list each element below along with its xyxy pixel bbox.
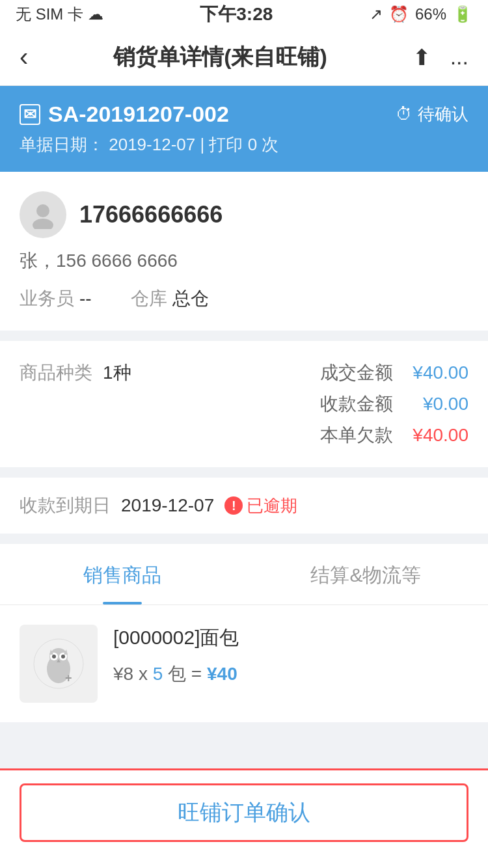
avatar [20, 191, 66, 238]
status-right: ↗ ⏰ 66% 🔋 [370, 5, 472, 23]
order-id: ✉ SA-20191207-002 [20, 102, 229, 127]
clock-icon: ⏱ [396, 104, 413, 124]
customer-row: 17666666666 [20, 191, 468, 238]
svg-point-1 [33, 219, 53, 229]
nav-bar: ‹ 销货单详情(来自旺铺) ⬆ ... [0, 29, 488, 86]
amount-summary: 成交金额 ¥40.00 收款金额 ¥0.00 本单欠款 ¥40.00 [320, 360, 468, 448]
sim-status: 无 SIM 卡 ☁ [16, 4, 103, 25]
svg-point-0 [36, 204, 49, 217]
more-icon[interactable]: ... [450, 44, 468, 70]
nav-actions: ⬆ ... [413, 44, 468, 70]
product-name: [0000002]面包 [113, 625, 468, 651]
tabs-header: 销售商品 结算&物流等 [0, 544, 488, 605]
product-thumbnail: + [20, 625, 98, 703]
due-date-section: 收款到期日 2019-12-07 ! 已逾期 [0, 478, 488, 534]
status-time: 下午3:28 [200, 2, 273, 27]
status-left: 无 SIM 卡 ☁ [16, 4, 103, 25]
tabs-section: 销售商品 结算&物流等 [0, 544, 488, 722]
customer-details: 业务员 -- 仓库 总仓 [20, 286, 468, 311]
tab-settlement[interactable]: 结算&物流等 [244, 544, 488, 604]
customer-section: 17666666666 张，156 6666 6666 业务员 -- 仓库 总仓 [0, 172, 488, 331]
svg-text:+: + [65, 671, 72, 685]
status-badge: ⏱ 待确认 [396, 103, 468, 126]
order-icon: ✉ [20, 104, 40, 125]
owed-amount-row: 本单欠款 ¥40.00 [320, 423, 468, 448]
product-type: 商品种类 1种 [20, 360, 320, 385]
confirm-order-button[interactable]: 旺铺订单确认 [20, 783, 468, 842]
back-button[interactable]: ‹ [20, 42, 28, 72]
product-price: ¥8 x 5 包 = ¥40 [113, 662, 468, 686]
order-header-top: ✉ SA-20191207-002 ⏱ 待确认 [20, 102, 468, 127]
bottom-bar: 旺铺订单确认 [0, 768, 488, 868]
share-icon[interactable]: ⬆ [413, 44, 431, 70]
battery-icon: 🔋 [453, 5, 472, 23]
status-bar: 无 SIM 卡 ☁ 下午3:28 ↗ ⏰ 66% 🔋 [0, 0, 488, 29]
received-amount-row: 收款金额 ¥0.00 [320, 392, 468, 416]
battery-level: 66% [415, 5, 446, 23]
tab-products[interactable]: 销售商品 [0, 544, 244, 604]
order-header-card: ✉ SA-20191207-002 ⏱ 待确认 单据日期： 2019-12-07… [0, 86, 488, 172]
customer-name: 张，156 6666 6666 [20, 249, 468, 273]
svg-point-7 [52, 655, 56, 658]
customer-phone: 17666666666 [79, 201, 223, 228]
summary-section: 商品种类 1种 成交金额 ¥40.00 收款金额 ¥0.00 本单欠款 ¥40.… [0, 341, 488, 467]
overdue-icon: ! [224, 496, 243, 515]
svg-point-8 [61, 655, 65, 658]
transaction-amount-row: 成交金额 ¥40.00 [320, 360, 468, 385]
product-info: [0000002]面包 ¥8 x 5 包 = ¥40 [113, 625, 468, 686]
warehouse-item: 仓库 总仓 [131, 286, 209, 311]
salesperson-item: 业务员 -- [20, 286, 92, 311]
order-meta: 单据日期： 2019-12-07 | 打印 0 次 [20, 133, 468, 156]
page-title: 销货单详情(来自旺铺) [113, 42, 327, 72]
product-item: + [0000002]面包 ¥8 x 5 包 = ¥40 [0, 605, 488, 722]
overdue-badge: ! 已逾期 [224, 495, 297, 517]
location-icon: ↗ [370, 5, 383, 23]
alarm-icon: ⏰ [389, 5, 409, 23]
